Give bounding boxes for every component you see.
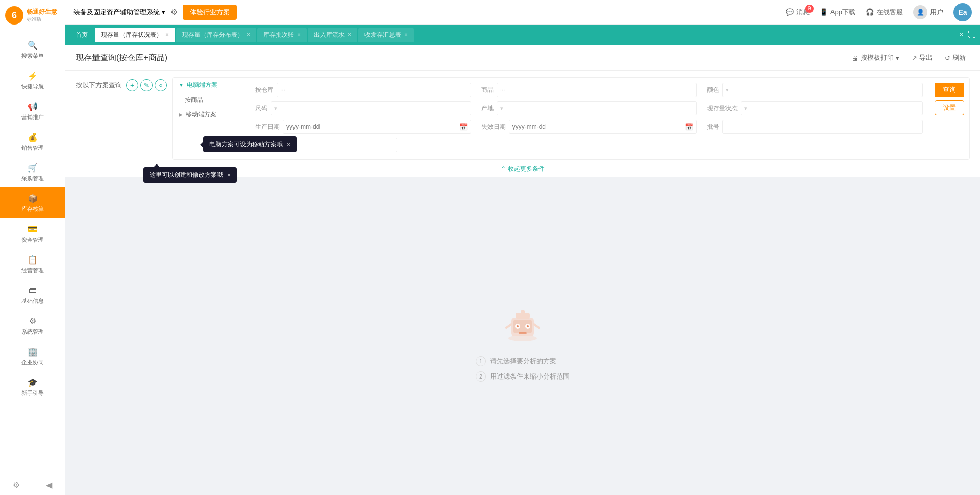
warehouse-field: 按仓库 ···: [255, 83, 471, 97]
logo-area: 6 畅通好生意 标准版: [0, 0, 65, 31]
user-avatar: 👤: [913, 5, 927, 19]
sidebar-item-search[interactable]: 🔍 搜索菜单: [0, 34, 65, 65]
tab-receive-summary[interactable]: 收发存汇总表 ×: [358, 28, 414, 42]
tab-home[interactable]: 首页: [69, 28, 94, 42]
expiry-date-text[interactable]: [512, 123, 683, 130]
edit-scheme-button[interactable]: ✎: [140, 79, 153, 91]
batch-text[interactable]: [726, 123, 919, 130]
goods-input[interactable]: ···: [497, 83, 697, 97]
print-dropdown-icon: ▾: [896, 54, 899, 62]
tab-inventory-dist[interactable]: 现存量（库存分布表） ×: [176, 28, 256, 42]
scheme-tree-pc[interactable]: ▼ 电脑端方案: [173, 78, 249, 92]
sidebar-label-system: 系统管理: [21, 328, 44, 336]
stock-status-label: 现存量状态: [707, 104, 738, 113]
color-select[interactable]: ▾: [722, 83, 923, 97]
add-scheme-button[interactable]: +: [126, 79, 138, 91]
user-label: 用户: [930, 8, 943, 17]
stock-qty-max[interactable]: [388, 142, 464, 149]
color-label: 颜色: [707, 86, 719, 95]
operation-icon: 📋: [27, 254, 38, 265]
origin-select[interactable]: ▾: [497, 101, 697, 115]
print-button[interactable]: 🖨 按模板打印 ▾: [848, 51, 903, 64]
sales-icon: 💰: [27, 131, 38, 143]
settings-bottom-icon[interactable]: ⚙: [13, 480, 20, 490]
sidebar-item-purchase[interactable]: 🛒 采购管理: [0, 157, 65, 187]
tab-inventory-dist-close[interactable]: ×: [247, 31, 250, 38]
user-action[interactable]: 👤 用户: [913, 5, 943, 19]
online-support-label: 在线客服: [876, 8, 903, 17]
scheme-buttons: + ✎ «: [126, 79, 167, 91]
tab-receive-summary-label: 收发存汇总表: [364, 31, 401, 39]
tab-close-all-icon[interactable]: ×: [959, 30, 964, 39]
sidebar-nav: 🔍 搜索菜单 ⚡ 快捷导航 📢 营销推广 💰 销售管理 🛒 采购管理 📦 库存核…: [0, 31, 65, 475]
filter-label-area: 按以下方案查询 + ✎ «: [76, 77, 167, 91]
sidebar-item-marketing[interactable]: 📢 营销推广: [0, 96, 65, 126]
refresh-button[interactable]: ↺ 刷新: [941, 51, 970, 64]
sidebar-item-basic[interactable]: 🗃 基础信息: [0, 279, 65, 310]
header-settings-icon[interactable]: ⚙: [170, 7, 178, 17]
search-button[interactable]: 查询: [935, 83, 964, 97]
stock-qty-min[interactable]: [299, 142, 375, 149]
expiry-date-label: 失效日期: [481, 123, 506, 131]
tab-inout-flow[interactable]: 出入库流水 ×: [308, 28, 357, 42]
stock-status-select[interactable]: ▾: [741, 101, 923, 115]
sidebar-item-operation[interactable]: 📋 经营管理: [0, 249, 65, 279]
app-download-action[interactable]: 📱 App下载: [820, 8, 855, 17]
collapse-sidebar-icon[interactable]: ◀: [46, 480, 52, 490]
quick-nav-icon: ⚡: [27, 70, 38, 81]
search-icon: 🔍: [27, 39, 38, 51]
tab-fullscreen-icon[interactable]: ⛶: [968, 30, 976, 39]
tab-receive-summary-close[interactable]: ×: [404, 31, 408, 38]
batch-input[interactable]: [722, 120, 923, 134]
sidebar-item-system[interactable]: ⚙ 系统管理: [0, 310, 65, 341]
warehouse-input[interactable]: ···: [277, 83, 471, 97]
online-support-action[interactable]: 🎧 在线客服: [866, 8, 903, 17]
svg-point-5: [517, 325, 519, 327]
content-area: 现存量查询(按仓库+商品) 🖨 按模板打印 ▾ ↗ 导出 ↺ 刷新: [65, 45, 980, 495]
tip-text-1: 请先选择要分析的方案: [490, 357, 556, 366]
expiry-cal-icon: 📅: [685, 123, 693, 131]
export-button[interactable]: ↗ 导出: [908, 51, 937, 64]
reset-button[interactable]: 设置: [935, 100, 964, 115]
empty-tips: 1 请先选择要分析的方案 2 用过滤条件来缩小分析范围: [476, 356, 570, 382]
main-area: 装备及固定资产辅助管理系统 ▾ ⚙ 体验行业方案 💬 消息 9 📱 App下载 …: [65, 0, 980, 495]
scheme-tree-mobile-arrow: ▶: [179, 112, 183, 117]
tab-inventory-status[interactable]: 现存量（库存状况表） ×: [95, 28, 175, 42]
scheme-tooltip2-close[interactable]: ×: [227, 172, 231, 179]
sidebar-item-inventory[interactable]: 📦 库存核算: [0, 187, 65, 218]
svg-line-10: [506, 324, 511, 328]
tab-batch-account[interactable]: 库存批次账 ×: [257, 28, 307, 42]
tab-inventory-status-close[interactable]: ×: [165, 31, 169, 38]
sidebar-item-guide[interactable]: 🎓 新手引导: [0, 371, 65, 402]
origin-label: 产地: [481, 104, 494, 113]
tab-batch-account-close[interactable]: ×: [297, 31, 301, 38]
sidebar-label-guide: 新手引导: [21, 389, 44, 397]
back-scheme-button[interactable]: «: [155, 79, 167, 91]
page-title: 现存量查询(按仓库+商品): [76, 53, 167, 63]
sidebar-item-sales[interactable]: 💰 销售管理: [0, 126, 65, 157]
sidebar-item-quick-nav[interactable]: ⚡ 快捷导航: [0, 65, 65, 96]
size-select[interactable]: ▾: [271, 101, 471, 115]
app-title-dropdown[interactable]: 装备及固定资产辅助管理系统 ▾: [74, 8, 165, 17]
production-date-input[interactable]: 📅: [283, 120, 471, 134]
production-date-text[interactable]: [286, 123, 457, 130]
collapse-label: 收起更多条件: [508, 165, 545, 172]
sidebar-item-enterprise[interactable]: 🏢 企业协同: [0, 341, 65, 371]
expiry-date-input[interactable]: 📅: [509, 120, 697, 134]
scheme-tree-goods[interactable]: 按商品: [173, 92, 249, 107]
sidebar-label-inventory: 库存核算: [21, 205, 44, 213]
warehouse-label: 按仓库: [255, 86, 274, 95]
filter-label-text: 按以下方案查询: [76, 81, 122, 90]
scheme-tree-mobile[interactable]: ▶ 移动端方案: [173, 107, 249, 122]
trial-button[interactable]: 体验行业方案: [183, 5, 237, 20]
scheme-tooltip-close[interactable]: ×: [287, 141, 290, 148]
tab-inout-flow-close[interactable]: ×: [348, 31, 351, 38]
message-action[interactable]: 💬 消息 9: [786, 8, 810, 17]
tab-batch-account-label: 库存批次账: [263, 31, 294, 39]
empty-tip-2: 2 用过滤条件来缩小分析范围: [476, 371, 570, 382]
stock-qty-range[interactable]: —: [295, 138, 397, 152]
tip-num-1: 1: [476, 356, 486, 366]
export-label: 导出: [919, 53, 933, 62]
sidebar-item-finance[interactable]: 💳 资金管理: [0, 218, 65, 249]
sidebar-label-search: 搜索菜单: [21, 52, 44, 60]
